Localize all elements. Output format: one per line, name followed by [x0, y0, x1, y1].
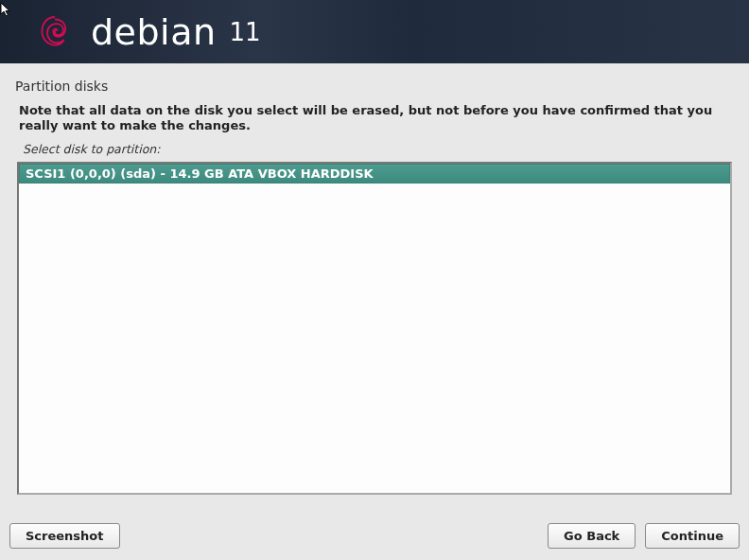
debian-swirl-icon	[36, 13, 74, 51]
installer-header-banner: debian 11	[0, 0, 749, 63]
page-title: Partition disks	[0, 73, 749, 103]
screenshot-button[interactable]: Screenshot	[9, 523, 120, 549]
brand-version: 11	[230, 18, 261, 46]
brand-name: debian	[91, 11, 217, 53]
erase-warning-text: Note that all data on the disk you selec…	[9, 103, 740, 140]
content-area: Partition disks Note that all data on th…	[0, 63, 749, 495]
continue-button[interactable]: Continue	[645, 523, 740, 549]
button-bar: Screenshot Go Back Continue	[9, 523, 740, 549]
main-panel: Note that all data on the disk you selec…	[0, 103, 749, 495]
disk-listbox[interactable]: SCSI1 (0,0,0) (sda) - 14.9 GB ATA VBOX H…	[17, 162, 732, 495]
go-back-button[interactable]: Go Back	[548, 523, 636, 549]
select-disk-prompt: Select disk to partition:	[9, 140, 740, 160]
disk-item[interactable]: SCSI1 (0,0,0) (sda) - 14.9 GB ATA VBOX H…	[19, 164, 730, 184]
